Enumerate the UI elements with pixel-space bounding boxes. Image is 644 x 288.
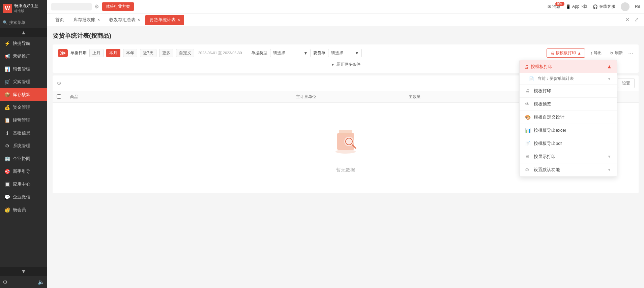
tab-order-stats-close[interactable]: × [178,18,180,22]
refresh-button[interactable]: ↻ 刷新 [607,49,625,57]
print-dropdown-title: 🖨 按模板打印 [524,64,553,70]
type-select[interactable]: 请选择 ▼ [270,49,311,57]
message-badge: 99+ [555,2,564,6]
print-arrow-up-icon: ▲ [577,51,581,56]
purchase-icon: 🛒 [4,79,10,85]
sidebar: W 畅康通好生意 标准版 🔍 搜索菜单 ▲ ⚡ 快捷导航 📢 营销推广 📊 销售… [0,0,47,288]
sidebar-item-app-center[interactable]: 🔲 应用中心 [0,178,47,191]
member-icon: 👑 [4,207,10,213]
export-button[interactable]: ↑ 导出 [588,49,605,57]
template-preview-icon: 👁 [525,101,530,107]
tab-batch-account-label: 库存批次账 [74,17,95,23]
select-all-checkbox[interactable] [57,94,61,99]
message-button[interactable]: ✉ 消息 99+ [548,4,560,9]
date-btn-this-year[interactable]: 本年 [123,49,137,57]
col-unit: 主计量单位 [296,94,409,100]
app-download-button[interactable]: 📱 App下载 [566,4,587,9]
online-service-button[interactable]: 🎧 在线客服 [593,4,615,9]
printer-icon-dropdown: 🖨 [524,64,529,69]
more-actions-icon[interactable]: ··· [628,50,633,57]
sidebar-scroll-up[interactable]: ▲ [0,28,47,37]
enterprise-icon: 🏢 [4,156,10,162]
sidebar-item-guide[interactable]: 🎯 新手引导 [0,165,47,178]
username-label[interactable]: Rit [635,4,640,9]
display-print-icon: 🖥 [525,154,530,159]
dropdown-display-print[interactable]: 🖥 按显示打印 ▼ [520,150,617,163]
tab-order-stats[interactable]: 要货单统计表 × [145,15,184,25]
marketing-icon: 📢 [4,53,10,59]
content-area: 要货单统计表(按商品) ≫ 单据日期 上月 本月 本年 近7天 更多 自定义 2… [47,26,644,288]
sidebar-item-marketing[interactable]: 📢 营销推广 [0,50,47,63]
date-btn-7days[interactable]: 近7天 [140,49,156,57]
basic-info-icon: ℹ [4,130,10,136]
tab-close-all-icon[interactable]: ✕ [624,16,631,24]
topbar-search-input[interactable] [51,3,92,10]
user-avatar[interactable] [621,2,630,11]
current-template-label: 当前：要货单统计表 [537,76,574,82]
template-print-icon: 🖨 [525,88,530,94]
export-pdf-icon: 📄 [525,141,530,146]
sidebar-scroll-down[interactable]: ▼ [0,267,47,276]
footer-settings-icon[interactable]: ⚙ [3,279,7,285]
tab-receipt-summary-close[interactable]: × [138,18,140,22]
display-print-arrow: ▼ [607,154,611,159]
sidebar-item-sales[interactable]: 📊 销售管理 [0,63,47,75]
tab-receipt-summary[interactable]: 收发存汇总表 × [105,15,144,25]
date-btn-last-month[interactable]: 上月 [89,49,104,57]
sidebar-item-purchase[interactable]: 🛒 采购管理 [0,75,47,88]
dropdown-export-excel[interactable]: 📊 按模板导出excel [520,124,617,137]
expand-more-label: 展开更多条件 [336,62,360,67]
app-version: 标准版 [14,9,38,13]
sidebar-item-system[interactable]: ⚙ 系统管理 [0,139,47,152]
date-btn-custom[interactable]: 自定义 [176,49,194,57]
dropdown-export-pdf[interactable]: 📄 按模板导出pdf [520,137,617,150]
sidebar-item-enterprise[interactable]: 🏢 企业协同 [0,152,47,165]
sidebar-item-label: 企业协同 [13,156,30,162]
type-select-arrow: ▼ [303,51,308,56]
yaohuodan-select[interactable]: 请选择 ▼ [328,49,362,57]
expand-more-button[interactable]: ▼ 展开更多条件 [328,60,363,69]
dropdown-template-preview[interactable]: 👁 模板预览 [520,98,617,111]
tab-batch-account-close[interactable]: × [97,18,100,22]
tabbar-right: ✕ ⤢ [624,16,640,24]
quick-nav-icon: ⚡ [4,40,10,46]
sidebar-item-finance[interactable]: 💰 资金管理 [0,101,47,114]
logo-icon: W [3,4,12,13]
dropdown-template-design[interactable]: 🎨 模板自定义设计 [520,111,617,124]
sidebar-item-label: 经营管理 [13,117,30,123]
table-settings-icon[interactable]: ⚙ [57,80,61,87]
print-template-button[interactable]: 🖨 按模板打印 ▲ [547,49,585,58]
footer-speaker-icon[interactable]: 🔈 [38,279,45,285]
yaohuodan-label: 要货单 [313,50,325,56]
sidebar-item-wechat[interactable]: 💬 企业微信 [0,191,47,203]
print-dropdown-title-label: 按模板打印 [531,64,553,70]
sidebar-item-label: 新手引导 [13,168,30,174]
dropdown-default-func[interactable]: ⚙ 设置默认功能 ▼ [520,163,617,177]
sidebar-search[interactable]: 🔍 搜索菜单 [0,17,47,28]
tab-expand-icon[interactable]: ⤢ [633,16,640,24]
refresh-icon: ↻ [610,51,613,56]
sidebar-item-member[interactable]: 👑 畅会员 [0,203,47,216]
dropdown-close-icon[interactable]: ▲ [607,64,612,70]
tab-home[interactable]: 首页 [51,15,68,25]
date-btn-this-month[interactable]: 本月 [106,49,120,57]
refresh-label: 刷新 [615,50,623,56]
dropdown-template-print[interactable]: 🖨 模板打印 [520,85,617,98]
main-area: ⚙ 体验行业方案 ✉ 消息 99+ 📱 App下载 🎧 在线客服 Rit 首页 … [47,0,644,288]
sidebar-item-inventory[interactable]: 📦 库存核算 [0,88,47,101]
sidebar-item-operation[interactable]: 📋 经营管理 [0,114,47,127]
empty-text: 暂无数据 [336,167,355,173]
trial-button[interactable]: 体验行业方案 [102,2,134,11]
tab-batch-account[interactable]: 库存批次账 × [69,15,104,25]
sidebar-item-basic-info[interactable]: ℹ 基础信息 [0,127,47,139]
template-design-icon: 🎨 [525,115,530,120]
topbar-gear-icon[interactable]: ⚙ [94,3,99,10]
current-template-icon: 📄 [529,76,534,81]
filter-expand-button[interactable]: ≫ [58,49,68,57]
sidebar-item-label: 畅会员 [13,207,26,213]
sidebar-item-quick-nav[interactable]: ⚡ 快捷导航 [0,37,47,50]
date-label: 单据日期 [70,50,87,56]
date-btn-more[interactable]: 更多 [159,49,173,57]
setting-button[interactable]: 设置 [618,78,635,88]
dropdown-current-template[interactable]: 📄 当前：要货单统计表 ▼ [520,73,617,85]
